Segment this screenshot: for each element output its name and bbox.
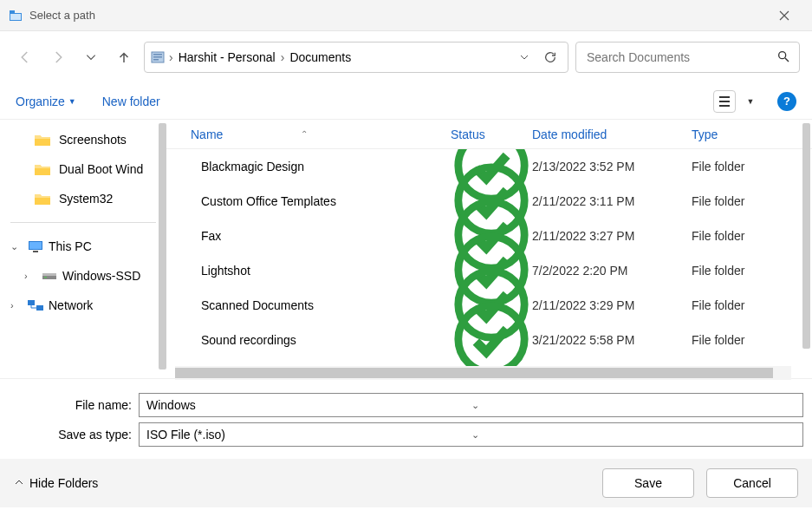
svg-point-21 <box>458 305 524 371</box>
svg-rect-6 <box>153 59 159 61</box>
chevron-right-icon[interactable]: › <box>24 271 36 281</box>
svg-rect-12 <box>42 273 56 276</box>
filename-field[interactable]: Windows ⌄ <box>139 393 803 417</box>
breadcrumb-current[interactable]: Documents <box>288 50 353 64</box>
sidebar-this-pc[interactable]: ⌄ This PC <box>0 232 166 261</box>
chevron-down-icon[interactable]: ⌄ <box>471 400 796 411</box>
sidebar-item-label: System32 <box>59 192 113 206</box>
address-history-button[interactable] <box>514 52 535 62</box>
svg-point-7 <box>779 51 786 58</box>
help-button[interactable]: ? <box>777 92 796 111</box>
file-type: File folder <box>692 333 812 347</box>
sidebar-network-label: Network <box>49 298 93 312</box>
file-date: 2/11/2022 3:11 PM <box>532 194 692 208</box>
file-type: File folder <box>692 194 812 208</box>
horizontal-scrollbar[interactable] <box>175 366 791 380</box>
window-title: Select a path <box>29 9 765 22</box>
search-icon[interactable] <box>776 49 790 66</box>
svg-rect-4 <box>153 54 162 56</box>
column-date[interactable]: Date modified <box>532 128 692 141</box>
folder-icon <box>35 134 50 146</box>
savetype-field[interactable]: ISO File (*.iso) ⌄ <box>139 422 803 447</box>
file-date: 7/2/2022 2:20 PM <box>532 264 692 278</box>
svg-rect-14 <box>28 300 35 305</box>
view-options-dropdown[interactable]: ▼ <box>741 90 757 113</box>
file-type: File folder <box>692 229 812 243</box>
file-date: 2/11/2022 3:27 PM <box>532 229 692 243</box>
file-name: Custom Office Templates <box>201 194 336 208</box>
svg-rect-1 <box>10 10 15 14</box>
savetype-label: Save as type: <box>9 428 139 441</box>
recent-locations-button[interactable] <box>78 44 104 70</box>
file-rows: Blackmagic Design2/13/2022 3:52 PMFile f… <box>166 149 812 378</box>
back-button[interactable] <box>12 44 38 70</box>
nav-sidebar: Screenshots Dual Boot Wind System32 ⌄ Th… <box>0 120 166 378</box>
network-icon <box>28 299 43 311</box>
svg-rect-2 <box>10 14 21 20</box>
chevron-right-icon[interactable]: › <box>281 50 285 64</box>
sort-asc-icon: ⌃ <box>301 129 308 139</box>
vertical-scrollbar[interactable] <box>802 123 810 349</box>
view-options-button[interactable] <box>713 90 736 113</box>
sidebar-item-dualboot[interactable]: Dual Boot Wind <box>0 154 166 184</box>
file-type: File folder <box>692 298 812 312</box>
chevron-down-icon[interactable]: ⌄ <box>471 429 796 441</box>
chevron-down-icon[interactable]: ⌄ <box>10 241 23 252</box>
forward-button[interactable] <box>45 44 71 70</box>
file-date: 2/13/2022 3:52 PM <box>532 160 692 173</box>
file-name: Scanned Documents <box>201 298 314 312</box>
svg-rect-9 <box>29 242 42 249</box>
column-status[interactable]: Status <box>451 128 532 141</box>
sidebar-this-pc-label: This PC <box>49 239 92 253</box>
chevron-right-icon[interactable]: › <box>169 50 173 64</box>
title-bar: Select a path <box>0 0 812 31</box>
file-type: File folder <box>692 264 812 278</box>
sidebar-item-screenshots[interactable]: Screenshots <box>0 125 166 154</box>
savetype-value: ISO File (*.iso) <box>146 428 471 441</box>
file-date: 2/11/2022 3:29 PM <box>532 298 692 312</box>
sidebar-scrollbar[interactable] <box>159 123 166 369</box>
chevron-right-icon[interactable]: › <box>10 300 23 311</box>
column-name[interactable]: Name⌃ <box>191 128 451 141</box>
file-date: 3/21/2022 5:58 PM <box>532 333 692 347</box>
filename-value: Windows <box>146 398 471 412</box>
svg-rect-10 <box>33 251 38 252</box>
sidebar-network[interactable]: › Network <box>0 291 166 320</box>
file-name: Sound recordings <box>201 333 296 347</box>
table-row[interactable]: Sound recordings3/21/2022 5:58 PMFile fo… <box>166 323 812 357</box>
chevron-up-icon <box>14 476 24 490</box>
sidebar-item-system32[interactable]: System32 <box>0 184 166 213</box>
new-folder-button[interactable]: New folder <box>102 95 160 108</box>
chevron-down-icon: ▼ <box>68 97 76 106</box>
breadcrumb-root[interactable]: Harshit - Personal <box>177 50 277 64</box>
cancel-button[interactable]: Cancel <box>706 468 798 498</box>
file-name: Lightshot <box>201 264 250 278</box>
file-type: File folder <box>692 160 812 173</box>
column-type[interactable]: Type <box>692 128 812 141</box>
save-button[interactable]: Save <box>602 468 694 498</box>
sidebar-item-label: Dual Boot Wind <box>59 162 143 176</box>
close-button[interactable] <box>765 3 803 28</box>
sidebar-separator <box>10 222 156 223</box>
sidebar-drive[interactable]: › Windows-SSD <box>0 261 166 291</box>
file-name: Fax <box>201 229 221 243</box>
refresh-button[interactable] <box>538 50 562 64</box>
hide-folders-toggle[interactable]: Hide Folders <box>14 476 98 490</box>
location-icon <box>150 49 166 65</box>
drive-icon <box>42 270 57 282</box>
search-input[interactable] <box>585 49 776 65</box>
sidebar-drive-label: Windows-SSD <box>62 269 140 283</box>
up-button[interactable] <box>111 44 137 70</box>
folder-icon <box>35 193 50 205</box>
svg-rect-5 <box>153 56 162 58</box>
organize-menu[interactable]: Organize▼ <box>16 95 76 108</box>
svg-rect-13 <box>44 277 47 278</box>
footer: Hide Folders Save Cancel <box>0 459 812 507</box>
hide-folders-label: Hide Folders <box>29 476 98 490</box>
filename-label: File name: <box>9 398 139 412</box>
toolbar: Organize▼ New folder ▼ ? <box>0 83 812 120</box>
address-bar[interactable]: › Harshit - Personal › Documents <box>144 42 568 73</box>
pc-icon <box>28 240 43 252</box>
search-box[interactable] <box>575 42 800 73</box>
sidebar-item-label: Screenshots <box>59 133 127 147</box>
